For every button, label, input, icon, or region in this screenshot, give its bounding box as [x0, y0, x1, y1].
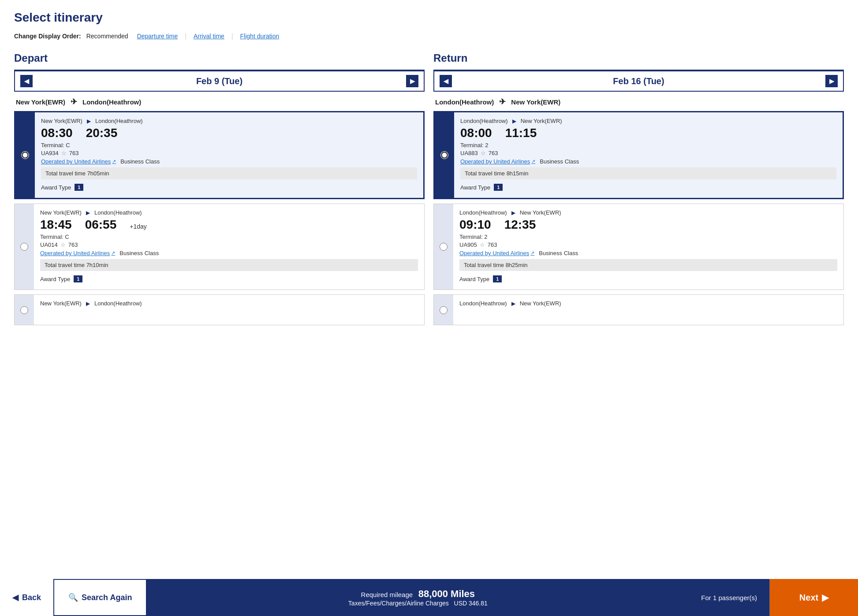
depart-radio-col-2[interactable]: [15, 204, 34, 289]
return-prev-btn[interactable]: ◀: [440, 75, 452, 87]
return-from-2: London(Heathrow): [459, 209, 507, 216]
display-order-value: Recommended: [86, 33, 128, 40]
depart-class-1: Business Class: [120, 158, 160, 165]
depart-origin: New York(EWR): [16, 98, 65, 106]
return-operated-1: Operated by United Airlines ↗︎ Business …: [460, 158, 836, 165]
return-route-line-3: London(Heathrow) ▶ New York(EWR): [459, 300, 561, 307]
depart-column: Depart ◀ Feb 9 (Tue) ▶ New York(EWR) ✈ L…: [14, 52, 425, 330]
ext-icon-2: ↗︎: [111, 250, 115, 256]
return-fnum-1: UA883: [460, 150, 478, 156]
return-award-2: Award Type 1: [459, 274, 837, 284]
depart-award-label-1: Award Type: [41, 184, 71, 191]
taxes-amount: USD 346.81: [454, 600, 488, 607]
depart-from-1: New York(EWR): [41, 118, 82, 124]
return-operated-link-1[interactable]: Operated by United Airlines ↗︎: [460, 158, 535, 165]
arrival-time-link[interactable]: Arrival time: [190, 33, 228, 40]
depart-radio-1[interactable]: [21, 151, 29, 159]
return-to-3: New York(EWR): [520, 300, 561, 307]
next-button[interactable]: Next ▶: [770, 579, 858, 616]
depart-terminal-1: Terminal: C: [41, 142, 417, 148]
depart-terminal-2: Terminal: C: [40, 234, 418, 240]
return-class-1: Business Class: [540, 158, 579, 165]
search-again-button[interactable]: 🔍 Search Again: [53, 579, 147, 616]
return-operated-link-2[interactable]: Operated by United Airlines ↗︎: [459, 250, 534, 256]
taxes-line: Taxes/Fees/Charges/Airline Charges USD 3…: [147, 600, 689, 607]
return-arr-time-2: 12:35: [504, 218, 536, 232]
return-arr-time-1: 11:15: [505, 126, 537, 140]
return-origin: London(Heathrow): [435, 98, 494, 106]
return-dep-time-1: 08:00: [460, 126, 492, 140]
return-from-1: London(Heathrow): [460, 118, 508, 124]
depart-flight-card-1[interactable]: New York(EWR) ▶ London(Heathrow) 08:30 2…: [14, 111, 425, 199]
depart-radio-col-3[interactable]: [15, 295, 34, 325]
depart-plane-icon: ✈: [71, 97, 77, 107]
depart-radio-3[interactable]: [20, 306, 28, 314]
return-arrow-1: ▶: [512, 118, 516, 124]
return-radio-col-3[interactable]: [434, 295, 453, 325]
return-times-2: 09:10 12:35: [459, 218, 837, 232]
depart-from-3: New York(EWR): [40, 300, 82, 307]
taxes-label: Taxes/Fees/Charges/Airline Charges: [348, 600, 449, 607]
search-icon: 🔍: [68, 593, 78, 602]
depart-next-btn[interactable]: ▶: [406, 75, 418, 87]
return-award-badge-2: 1: [493, 275, 502, 282]
depart-radio-2[interactable]: [20, 243, 28, 251]
separator1: |: [185, 33, 187, 40]
return-flight-card-2[interactable]: London(Heathrow) ▶ New York(EWR) 09:10 1…: [433, 204, 844, 290]
return-fnum-2: UA905: [459, 241, 477, 248]
footer-mileage: Required mileage 88,000 Miles Taxes/Fees…: [147, 588, 689, 607]
depart-award-1: Award Type 1: [41, 182, 417, 193]
depart-prev-btn[interactable]: ◀: [20, 75, 33, 87]
depart-route-line-2: New York(EWR) ▶ London(Heathrow): [40, 209, 418, 216]
depart-route-line-3: New York(EWR) ▶ London(Heathrow): [40, 300, 142, 307]
passenger-label: For 1 passenger(s): [701, 594, 757, 601]
return-flight-info-2: London(Heathrow) ▶ New York(EWR) 09:10 1…: [453, 204, 843, 289]
depart-flight-card-3[interactable]: New York(EWR) ▶ London(Heathrow): [14, 294, 425, 325]
return-aircraft-2: 763: [488, 241, 497, 248]
flight-duration-link[interactable]: Flight duration: [237, 33, 283, 40]
return-date-label: Feb 16 (Tue): [613, 76, 664, 86]
depart-aircraft-2: 763: [68, 241, 78, 248]
return-radio-col-2[interactable]: [434, 204, 453, 289]
depart-flight-info-3: New York(EWR) ▶ London(Heathrow): [34, 295, 148, 325]
depart-flight-card-2[interactable]: New York(EWR) ▶ London(Heathrow) 18:45 0…: [14, 204, 425, 290]
depart-arr-time-2: 06:55: [85, 218, 117, 232]
depart-star-2: ☆: [60, 241, 66, 248]
depart-radio-col-1[interactable]: [15, 112, 35, 198]
return-flight-info-3: London(Heathrow) ▶ New York(EWR): [453, 295, 567, 325]
return-star-2: ☆: [480, 241, 485, 248]
depart-flight-info-2: New York(EWR) ▶ London(Heathrow) 18:45 0…: [34, 204, 424, 289]
return-terminal-2: Terminal: 2: [459, 234, 837, 240]
back-button[interactable]: ◀ Back: [0, 579, 53, 616]
depart-award-label-2: Award Type: [40, 276, 70, 282]
separator2: |: [231, 33, 233, 40]
depart-operated-link-2[interactable]: Operated by United Airlines ↗︎: [40, 250, 115, 256]
return-route-line-1: London(Heathrow) ▶ New York(EWR): [460, 118, 836, 124]
depart-arrow-2: ▶: [86, 210, 90, 216]
footer-bar: ◀ Back 🔍 Search Again Required mileage 8…: [0, 579, 858, 616]
depart-to-2: London(Heathrow): [94, 209, 142, 216]
departure-time-link[interactable]: Departure time: [137, 33, 182, 40]
depart-destination: London(Heathrow): [82, 98, 141, 106]
return-next-btn[interactable]: ▶: [825, 75, 838, 87]
return-flight-card-1[interactable]: London(Heathrow) ▶ New York(EWR) 08:00 1…: [433, 111, 844, 199]
return-travel-time-2: Total travel time 8h25min: [459, 259, 837, 271]
return-radio-1[interactable]: [440, 151, 448, 159]
depart-times-1: 08:30 20:35: [41, 126, 417, 140]
return-terminal-1: Terminal: 2: [460, 142, 836, 148]
return-route-header: London(Heathrow) ✈ New York(EWR): [433, 97, 844, 107]
return-flight-card-3[interactable]: London(Heathrow) ▶ New York(EWR): [433, 294, 844, 325]
return-radio-3[interactable]: [440, 306, 448, 314]
depart-date-label: Feb 9 (Tue): [196, 76, 242, 86]
depart-operated-1: Operated by United Airlines ↗︎ Business …: [41, 158, 417, 165]
next-label: Next: [799, 593, 818, 603]
return-arrow-3: ▶: [511, 301, 515, 307]
return-radio-col-1[interactable]: [435, 112, 454, 198]
return-radio-2[interactable]: [440, 243, 448, 251]
return-to-2: New York(EWR): [520, 209, 561, 216]
depart-operated-link-1[interactable]: Operated by United Airlines ↗︎: [41, 158, 116, 165]
return-column: Return ◀ Feb 16 (Tue) ▶ London(Heathrow)…: [433, 52, 844, 330]
depart-route-header: New York(EWR) ✈ London(Heathrow): [14, 97, 425, 107]
return-plane-icon: ✈: [499, 97, 506, 107]
return-times-1: 08:00 11:15: [460, 126, 836, 140]
